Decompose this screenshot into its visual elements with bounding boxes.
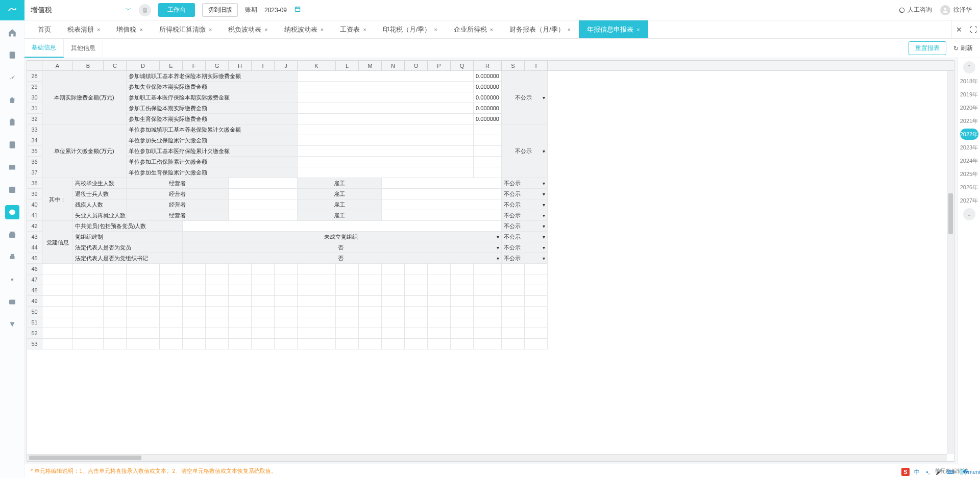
svg-rect-4 (295, 7, 300, 12)
period-label: 账期 (245, 6, 257, 14)
period-value[interactable]: 2023-09 (264, 7, 287, 14)
user-menu[interactable]: 徐泽华 (940, 5, 972, 15)
legacy-button[interactable]: 切到旧版 (202, 3, 238, 17)
module-title: 增值税 (31, 6, 52, 15)
svg-rect-1 (144, 9, 146, 9)
consult-label: 人工咨询 (908, 6, 932, 14)
top-header: 增值税 ﹀ 工作台 切到旧版 账期 2023-09 人工咨询 徐泽华 (0, 0, 980, 20)
svg-point-9 (944, 8, 947, 10)
doc-icon[interactable] (139, 4, 151, 16)
app-logo (0, 0, 24, 20)
svg-rect-0 (143, 8, 147, 12)
svg-rect-3 (144, 10, 145, 11)
calendar-icon[interactable] (294, 6, 301, 14)
module-dropdown-icon[interactable]: ﹀ (126, 6, 132, 14)
svg-rect-2 (144, 9, 146, 10)
avatar-icon (940, 5, 950, 15)
user-name: 徐泽华 (953, 6, 972, 14)
workspace-button[interactable]: 工作台 (158, 3, 195, 17)
consult-link[interactable]: 人工咨询 (898, 6, 932, 14)
